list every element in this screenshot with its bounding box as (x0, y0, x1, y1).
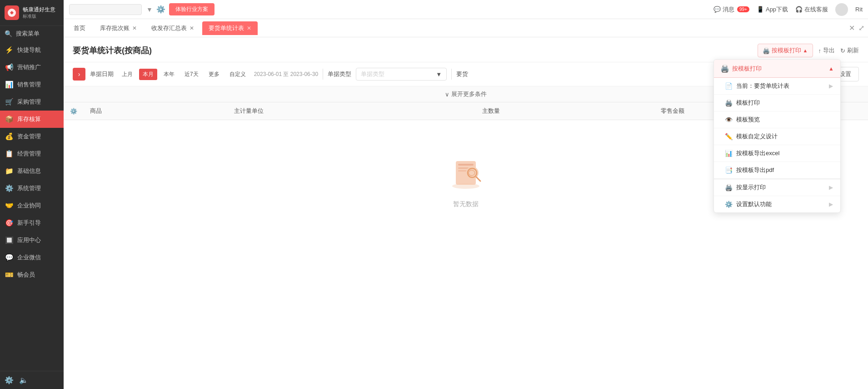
trial-btn[interactable]: 体验行业方案 (169, 3, 215, 15)
date-btn-this-month[interactable]: 本月 (139, 69, 157, 80)
sidebar-item-label: 资金管理 (17, 132, 41, 141)
set-default-chevron-icon: ▶ (829, 201, 833, 207)
sidebar-item-member[interactable]: 🎫 畅会员 (0, 266, 64, 283)
settings-bottom-icon[interactable]: ⚙️ (5, 376, 14, 384)
window-controls: ✕ ⤢ (849, 24, 864, 32)
guide-icon: 🎯 (5, 219, 14, 227)
sidebar-item-label: 系统管理 (17, 184, 41, 192)
wechat-icon: 💬 (5, 253, 14, 262)
topbar-settings-icon[interactable]: ⚙️ (156, 5, 165, 14)
export-excel-icon: 📊 (725, 150, 733, 157)
inventory-icon: 📦 (5, 115, 14, 123)
message-icon: 💬 (713, 6, 721, 13)
online-service-label: 在线客服 (804, 5, 828, 14)
template-preview-icon: 👁️ (725, 116, 733, 123)
sidebar-item-label: 畅会员 (17, 271, 35, 279)
bill-type-select[interactable]: 单据类型 ▼ (356, 68, 447, 81)
date-btn-this-year[interactable]: 本年 (160, 69, 178, 80)
col-settings-icon[interactable]: ⚙️ (70, 108, 77, 115)
sidebar-search[interactable]: 🔍 搜索菜单 (0, 26, 64, 41)
divider2 (451, 69, 452, 80)
maximize-icon[interactable]: ⤢ (858, 24, 864, 32)
sidebar-item-label: 新手引导 (17, 219, 41, 227)
topbar-search-input[interactable] (69, 4, 142, 15)
tab-order-stats-close[interactable]: ✕ (247, 25, 251, 31)
dropdown-template-preview[interactable]: 👁️ 模板预览 (714, 111, 840, 128)
svg-line-8 (476, 177, 480, 181)
tab-inventory-batch-close[interactable]: ✕ (132, 25, 137, 31)
dropdown-template-design[interactable]: ✏️ 模板自定义设计 (714, 128, 840, 145)
sidebar-item-quick-nav[interactable]: ⚡ 快捷导航 (0, 41, 64, 59)
dropdown-export-pdf[interactable]: 📑 按模板导出pdf (714, 162, 840, 179)
svg-rect-5 (458, 170, 467, 172)
dropdown-chevron-up-icon: ▲ (828, 66, 834, 72)
current-template-chevron-icon: ▶ (829, 83, 833, 89)
topbar: ▼ ⚙️ 体验行业方案 💬 消息 99+ 📱 App下载 🎧 在线客服 Rit (64, 0, 868, 19)
date-btn-prev-month[interactable]: 上月 (118, 69, 136, 80)
app-download-item[interactable]: 📱 App下载 (757, 5, 788, 14)
sidebar-item-purchase[interactable]: 🛒 采购管理 (0, 93, 64, 111)
sidebar-item-inventory[interactable]: 📦 库存核算 (0, 111, 64, 128)
tab-receipt-summary-close[interactable]: ✕ (190, 25, 194, 31)
template-print-btn[interactable]: 🖨️ 按模板打印 ▲ (758, 44, 813, 57)
print-dropdown-header[interactable]: 🖨️ 按模板打印 ▲ (714, 60, 840, 78)
purchase-icon: 🛒 (5, 98, 14, 106)
filter-toggle-btn[interactable]: › (73, 68, 85, 81)
sidebar-item-marketing[interactable]: 📢 营销推广 (0, 59, 64, 76)
page-header: 要货单统计表(按商品) 🖨️ 按模板打印 ▲ ↑ 导出 ↻ 刷新 (64, 37, 868, 62)
sidebar-item-wechat[interactable]: 💬 企业微信 (0, 249, 64, 266)
expand-more-label: 展开更多条件 (451, 90, 487, 98)
date-btn-custom[interactable]: 自定义 (226, 69, 249, 80)
display-print-chevron-icon: ▶ (829, 184, 833, 191)
system-icon: ⚙️ (5, 184, 14, 192)
app-logo-icon (5, 5, 19, 20)
sidebar-item-enterprise[interactable]: 🤝 企业协同 (0, 197, 64, 214)
dropdown-template-print[interactable]: 🖨️ 模板打印 (714, 95, 840, 111)
sidebar-item-label: 企业协同 (17, 202, 41, 210)
sidebar-bottom: ⚙️ 🔈 (0, 371, 64, 389)
tab-home-label: 首页 (74, 24, 85, 32)
bill-type-label: 单据类型 (328, 70, 351, 78)
chevron-up-icon: ▲ (803, 48, 808, 53)
printer-header-icon: 🖨️ (720, 64, 729, 73)
tab-home[interactable]: 首页 (67, 21, 92, 35)
dropdown-display-print[interactable]: 🖨️ 按显示打印 ▶ (714, 179, 840, 196)
template-design-icon: ✏️ (725, 133, 733, 140)
tab-order-stats[interactable]: 要货单统计表 ✕ (202, 21, 258, 35)
sidebar-item-system[interactable]: ⚙️ 系统管理 (0, 180, 64, 197)
sidebar-item-label: 销售管理 (17, 81, 41, 89)
sidebar-item-guide[interactable]: 🎯 新手引导 (0, 214, 64, 232)
empty-text: 暂无数据 (453, 200, 479, 208)
sidebar: 畅康通好生意 标准版 🔍 搜索菜单 ⚡ 快捷导航 📢 营销推广 📊 销售管理 🛒… (0, 0, 64, 389)
headset-icon: 🎧 (795, 6, 803, 13)
tab-receipt-summary[interactable]: 收发存汇总表 ✕ (145, 21, 200, 35)
expand-more-btn[interactable]: ∨ 展开更多条件 (445, 90, 487, 98)
th-product: 商品 (84, 102, 228, 120)
sidebar-item-apps[interactable]: 🔲 应用中心 (0, 232, 64, 249)
user-avatar[interactable] (835, 3, 848, 16)
online-service-item[interactable]: 🎧 在线客服 (795, 5, 828, 14)
dropdown-export-excel[interactable]: 📊 按模板导出excel (714, 145, 840, 162)
sidebar-item-label: 基础信息 (17, 167, 41, 175)
template-preview-label: 模板预览 (736, 116, 760, 124)
tab-inventory-batch[interactable]: 库存批次账 ✕ (94, 21, 143, 35)
close-window-icon[interactable]: ✕ (849, 24, 855, 32)
sidebar-item-operations[interactable]: 📋 经营管理 (0, 145, 64, 162)
date-btn-7days[interactable]: 近7天 (181, 69, 202, 80)
export-btn[interactable]: ↑ 导出 (818, 46, 835, 55)
sound-bottom-icon[interactable]: 🔈 (19, 376, 28, 384)
sidebar-item-label: 应用中心 (17, 236, 41, 244)
sidebar-item-sales[interactable]: 📊 销售管理 (0, 76, 64, 93)
basic-icon: 📁 (5, 167, 14, 175)
sidebar-item-finance[interactable]: 💰 资金管理 (0, 128, 64, 145)
yaohuodan-label: 要货 (456, 70, 468, 78)
sidebar-item-basic[interactable]: 📁 基础信息 (0, 162, 64, 180)
print-dropdown-title: 按模板打印 (732, 65, 762, 73)
dropdown-current-template[interactable]: 📄 当前：要货单统计表 ▶ (714, 78, 840, 95)
sidebar-search-label: 搜索菜单 (16, 30, 40, 38)
message-item[interactable]: 💬 消息 99+ (713, 5, 749, 14)
date-btn-more[interactable]: 更多 (205, 69, 223, 80)
dropdown-set-default[interactable]: ⚙️ 设置默认功能 ▶ (714, 196, 840, 212)
refresh-btn[interactable]: ↻ 刷新 (840, 46, 859, 55)
member-icon: 🎫 (5, 271, 14, 279)
